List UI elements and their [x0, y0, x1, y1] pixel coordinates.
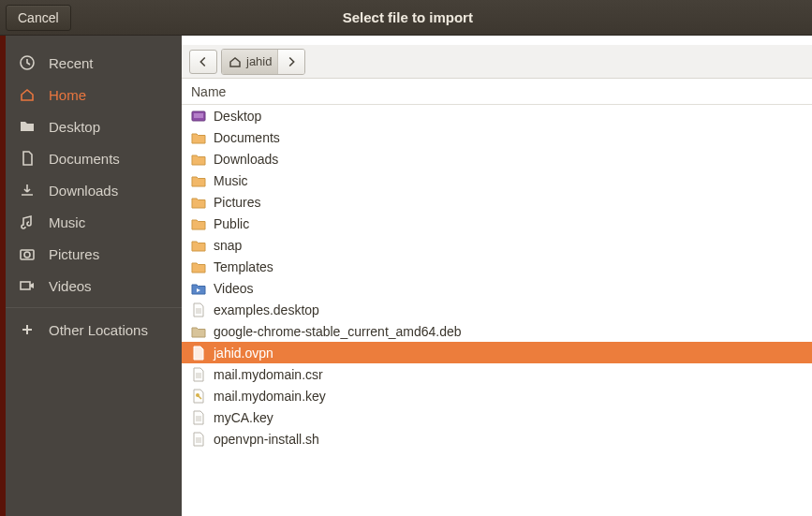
- file-row[interactable]: Downloads: [182, 148, 812, 170]
- document-icon: [19, 150, 36, 167]
- file-icon: [191, 302, 206, 317]
- file-row[interactable]: snap: [182, 234, 812, 256]
- file-row[interactable]: mail.mydomain.csr: [182, 363, 812, 385]
- sidebar-item-desktop[interactable]: Desktop: [6, 111, 182, 142]
- folder-icon: [191, 152, 206, 167]
- places-sidebar: RecentHomeDesktopDocumentsDownloadsMusic…: [6, 36, 182, 516]
- column-header-row[interactable]: Name: [182, 79, 812, 105]
- file-name: mail.mydomain.key: [214, 389, 326, 404]
- window-title: Select file to import: [71, 9, 745, 25]
- file-icon: [191, 432, 206, 447]
- sidebar-item-home[interactable]: Home: [6, 79, 182, 111]
- file-name: mail.mydomain.csr: [214, 367, 323, 382]
- home-icon: [19, 86, 36, 103]
- file-name: myCA.key: [214, 410, 273, 425]
- sidebar-divider: [6, 307, 182, 308]
- file-icon: [191, 346, 206, 361]
- folder-icon: [191, 130, 206, 145]
- key-icon: [191, 389, 206, 404]
- sidebar-item-label: Documents: [49, 151, 120, 167]
- file-row[interactable]: openvpn-install.sh: [182, 428, 812, 450]
- file-row[interactable]: myCA.key: [182, 406, 812, 428]
- sidebar-item-label: Home: [49, 87, 86, 103]
- path-back-button[interactable]: [189, 50, 217, 74]
- file-name: Downloads: [214, 152, 278, 167]
- folder-icon: [191, 173, 206, 188]
- file-browser-main: jahid Name DesktopDocumentsDownloadsMusi…: [182, 36, 812, 516]
- file-icon: [191, 367, 206, 382]
- path-segment-home[interactable]: jahid: [222, 50, 278, 74]
- file-row[interactable]: Music: [182, 170, 812, 191]
- file-row[interactable]: jahid.ovpn: [182, 342, 812, 363]
- chevron-right-icon: [284, 54, 299, 69]
- file-row[interactable]: Documents: [182, 126, 812, 148]
- video-icon: [19, 277, 36, 294]
- file-row[interactable]: Templates: [182, 256, 812, 277]
- file-icon: [191, 410, 206, 425]
- sidebar-item-label: Desktop: [49, 119, 100, 135]
- path-segment-label: jahid: [246, 54, 272, 68]
- package-icon: [191, 324, 206, 339]
- file-name: Pictures: [214, 195, 261, 210]
- sidebar-item-label: Music: [49, 214, 85, 230]
- sidebar-item-pictures[interactable]: Pictures: [6, 238, 182, 270]
- sidebar-item-label: Recent: [49, 55, 94, 71]
- file-row[interactable]: Pictures: [182, 191, 812, 213]
- folder-icon: [191, 238, 206, 253]
- clock-icon: [19, 54, 36, 71]
- file-name: examples.desktop: [214, 302, 319, 317]
- sidebar-item-label: Other Locations: [49, 322, 148, 338]
- file-name: openvpn-install.sh: [214, 432, 319, 447]
- home-icon: [228, 54, 243, 69]
- file-name: jahid.ovpn: [214, 346, 273, 361]
- file-name: google-chrome-stable_current_amd64.deb: [214, 324, 462, 339]
- folder-icon: [191, 259, 206, 274]
- path-segments: jahid: [221, 49, 305, 75]
- file-name: Public: [214, 216, 249, 231]
- path-bar: jahid: [182, 45, 812, 79]
- file-name: snap: [214, 238, 242, 253]
- sidebar-item-music[interactable]: Music: [6, 206, 182, 238]
- file-name: Music: [214, 173, 248, 188]
- sidebar-item-recent[interactable]: Recent: [6, 47, 182, 79]
- folder-icon: [19, 118, 36, 135]
- download-icon: [19, 182, 36, 199]
- chevron-left-icon: [196, 54, 211, 69]
- file-list[interactable]: DesktopDocumentsDownloadsMusicPicturesPu…: [182, 105, 812, 516]
- sidebar-item-label: Pictures: [49, 246, 99, 262]
- sidebar-item-other-locations[interactable]: Other Locations: [6, 314, 182, 346]
- file-row[interactable]: Public: [182, 213, 812, 234]
- file-name: Videos: [214, 281, 254, 296]
- file-row[interactable]: examples.desktop: [182, 299, 812, 320]
- camera-icon: [19, 245, 36, 262]
- file-name: Desktop: [214, 109, 261, 124]
- cancel-button[interactable]: Cancel: [6, 5, 71, 31]
- folder-video-icon: [191, 281, 206, 296]
- file-row[interactable]: Videos: [182, 277, 812, 299]
- file-row[interactable]: mail.mydomain.key: [182, 385, 812, 406]
- sidebar-item-downloads[interactable]: Downloads: [6, 174, 182, 206]
- folder-icon: [191, 216, 206, 231]
- folder-icon: [191, 195, 206, 210]
- titlebar: Cancel Select file to import: [0, 0, 812, 36]
- sidebar-item-videos[interactable]: Videos: [6, 270, 182, 302]
- column-header-name: Name: [191, 84, 226, 99]
- file-row[interactable]: Desktop: [182, 105, 812, 126]
- file-name: Templates: [214, 259, 273, 274]
- file-name: Documents: [214, 130, 280, 145]
- sidebar-item-label: Downloads: [49, 183, 118, 199]
- path-forward-button[interactable]: [278, 50, 304, 74]
- sidebar-item-label: Videos: [49, 278, 92, 294]
- music-icon: [19, 214, 36, 230]
- file-row[interactable]: google-chrome-stable_current_amd64.deb: [182, 320, 812, 342]
- folder-desktop-icon: [191, 109, 206, 124]
- sidebar-item-documents[interactable]: Documents: [6, 142, 182, 174]
- plus-icon: [19, 321, 36, 338]
